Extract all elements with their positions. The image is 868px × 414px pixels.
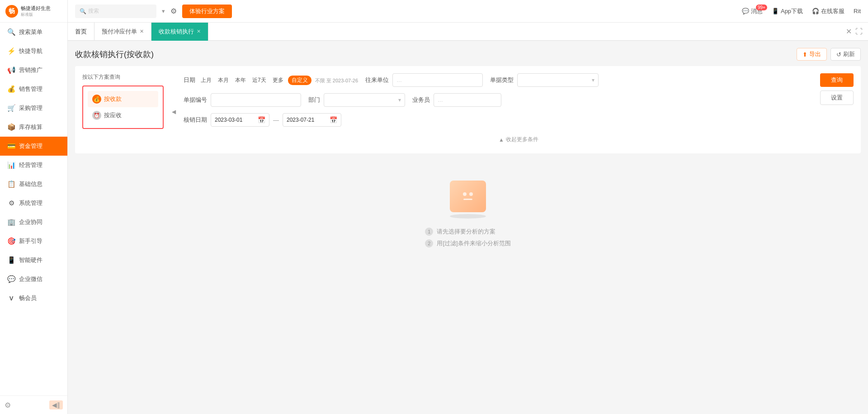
offset-start-calendar-icon[interactable]: 📅 [258, 116, 265, 124]
message-button[interactable]: 💬 消息 99+ [742, 7, 763, 15]
inventory-icon: 📦 [7, 123, 15, 131]
refresh-icon: ↺ [836, 51, 841, 58]
sidebar-item-enterprise[interactable]: 🏢 企业协同 [0, 213, 67, 232]
doc-no-input[interactable] [211, 93, 301, 107]
date-label: 日期 [184, 76, 195, 84]
sidebar-item-search-menu[interactable]: 🔍 搜索菜单 [0, 23, 67, 42]
solution-button[interactable]: 体验行业方案 [182, 5, 232, 18]
dept-select[interactable]: ▾ [324, 93, 405, 107]
sidebar-bottom: ⚙ ◀‖ [0, 395, 67, 414]
empty-tips: 1 请先选择要分析的方案 2 用[过滤]条件来缩小分析范围 [425, 228, 510, 247]
date-btn-more[interactable]: 更多 [271, 76, 285, 85]
empty-shadow [450, 214, 486, 219]
collapse-up-icon: ▲ [499, 137, 504, 143]
date-btn-this-month[interactable]: 本月 [216, 76, 231, 85]
counterpart-select[interactable]: … [392, 73, 483, 87]
date-btn-last-month[interactable]: 上月 [199, 76, 213, 85]
date-btn-7days[interactable]: 近7天 [250, 76, 268, 85]
tabbar: 首页 预付冲应付单 ✕ 收款核销执行 ✕ ✕ ⛶ [68, 23, 868, 41]
collapse-more-button[interactable]: ▲ 收起更多条件 [184, 133, 854, 146]
topbar-gear-icon[interactable]: ⚙ [170, 7, 177, 15]
staff-label: 业务员 [412, 96, 430, 104]
date-btn-this-year[interactable]: 本年 [233, 76, 248, 85]
sidebar-item-member[interactable]: V 畅会员 [0, 289, 67, 308]
date-custom-badge[interactable]: 自定义 [288, 76, 311, 85]
expand-icon[interactable]: ⛶ [855, 28, 863, 36]
logo-text: 畅捷通好生意 标准版 [21, 5, 51, 18]
sales-icon: 💰 [7, 85, 15, 93]
tab-prepay[interactable]: 预付冲应付单 ✕ [94, 23, 151, 41]
filter-fields: 日期 上月 本月 本年 近7天 更多 自定义 不限 至 2023-07-26 [184, 73, 854, 146]
wechat-icon: 💬 [7, 275, 15, 283]
search-icon: 🔍 [80, 8, 86, 14]
system-icon: ⚙ [7, 199, 15, 207]
doc-no-label: 单据编号 [184, 96, 207, 104]
empty-tip-2: 2 用[过滤]条件来缩小分析范围 [425, 239, 510, 247]
sidebar-item-purchase[interactable]: 🛒 采购管理 [0, 99, 67, 118]
svg-point-1 [469, 192, 473, 196]
hardware-icon: 📱 [7, 256, 15, 264]
export-icon: ⬆ [802, 51, 807, 58]
filter-scheme-selector: 按以下方案查询 💰 按收款 ⏰ 按应收 [82, 73, 164, 146]
empty-state: 1 请先选择要分析的方案 2 用[过滤]条件来缩小分析范围 [75, 153, 861, 275]
filter-option-by-receivable[interactable]: ⏰ 按应收 [88, 107, 158, 124]
doc-type-chevron-icon: ▾ [592, 77, 594, 83]
date-shortcuts: 上月 本月 本年 近7天 更多 自定义 [199, 76, 311, 85]
enterprise-icon: 🏢 [7, 218, 15, 226]
sidebar-item-inventory[interactable]: 📦 库存核算 [0, 118, 67, 137]
empty-tip-1: 1 请先选择要分析的方案 [425, 228, 510, 236]
collapse-sidebar-button[interactable]: ◀‖ [49, 400, 63, 409]
tab-receipt-close-icon[interactable]: ✕ [197, 29, 201, 34]
sidebar-item-sales[interactable]: 💰 销售管理 [0, 80, 67, 99]
sidebar-item-system[interactable]: ⚙ 系统管理 [0, 194, 67, 213]
quick-nav-icon: ⚡ [7, 47, 15, 55]
refresh-button[interactable]: ↺ 刷新 [830, 48, 861, 61]
tab-receipt-offset[interactable]: 收款核销执行 ✕ [151, 23, 208, 41]
setting-button[interactable]: 设置 [820, 90, 854, 105]
online-service-button[interactable]: 🎧 在线客服 [812, 7, 844, 15]
staff-field: 业务员 … [412, 93, 501, 107]
topbar: 🔍 搜索 ▾ ⚙ 体验行业方案 💬 消息 99+ 📱 App下载 🎧 在线客服 … [68, 0, 868, 23]
tip-num-2: 2 [425, 239, 433, 247]
filter-collapse-button[interactable]: ◀ [169, 73, 178, 146]
app-download-button[interactable]: 📱 App下载 [772, 7, 803, 15]
query-actions: 查询 设置 [820, 73, 854, 105]
sidebar-item-basic[interactable]: 📋 基础信息 [0, 175, 67, 194]
close-tab-icon[interactable]: ✕ [846, 27, 852, 36]
offset-end-calendar-icon[interactable]: 📅 [330, 116, 337, 124]
offset-end-input[interactable]: 2023-07-21 📅 [283, 113, 341, 127]
sidebar-item-guide[interactable]: 🎯 新手引导 [0, 232, 67, 251]
finance-icon: 💳 [7, 142, 15, 150]
sidebar-nav: 🔍 搜索菜单 ⚡ 快捷导航 📢 营销推广 💰 销售管理 🛒 采购管理 📦 库存核… [0, 23, 67, 395]
topbar-right: 💬 消息 99+ 📱 App下载 🎧 在线客服 Rit [742, 7, 861, 15]
dept-field: 部门 ▾ [308, 93, 405, 107]
topbar-search[interactable]: 🔍 搜索 [75, 5, 156, 18]
query-button[interactable]: 查询 [820, 73, 854, 87]
settings-icon[interactable]: ⚙ [5, 401, 11, 409]
counterpart-label: 往来单位 [365, 76, 389, 84]
sidebar-item-hardware[interactable]: 📱 智能硬件 [0, 251, 67, 270]
dropdown-arrow-icon[interactable]: ▾ [162, 8, 165, 14]
doc-type-select[interactable]: ▾ [517, 73, 599, 87]
sidebar-item-quick-nav[interactable]: ⚡ 快捷导航 [0, 42, 67, 61]
tabbar-actions: ✕ ⛶ [846, 27, 868, 36]
tab-prepay-close-icon[interactable]: ✕ [140, 29, 144, 34]
offset-start-input[interactable]: 2023-03-01 📅 [211, 113, 269, 127]
filter-option-by-receipt[interactable]: 💰 按收款 [88, 91, 158, 107]
export-button[interactable]: ⬆ 导出 [797, 48, 827, 61]
user-profile[interactable]: Rit [854, 8, 861, 14]
by-receivable-icon: ⏰ [92, 111, 101, 120]
filter-scheme-title: 按以下方案查询 [82, 73, 164, 81]
app-icon: 📱 [772, 8, 779, 14]
staff-select[interactable]: … [434, 93, 501, 107]
date-field: 日期 上月 本月 本年 近7天 更多 自定义 不限 至 2023-07-26 [184, 76, 358, 85]
filter-row-2: 单据编号 部门 ▾ 业务员 [184, 93, 813, 107]
tab-home[interactable]: 首页 [68, 23, 94, 41]
operation-icon: 📊 [7, 161, 15, 169]
sidebar-item-wechat[interactable]: 💬 企业微信 [0, 270, 67, 289]
sidebar-item-operation[interactable]: 📊 经营管理 [0, 156, 67, 175]
sidebar-item-marketing[interactable]: 📢 营销推广 [0, 61, 67, 80]
page-header: 收款核销执行(按收款) ⬆ 导出 ↺ 刷新 [75, 48, 861, 61]
message-icon: 💬 [742, 8, 749, 14]
sidebar-item-finance[interactable]: 💳 资金管理 [0, 137, 67, 156]
